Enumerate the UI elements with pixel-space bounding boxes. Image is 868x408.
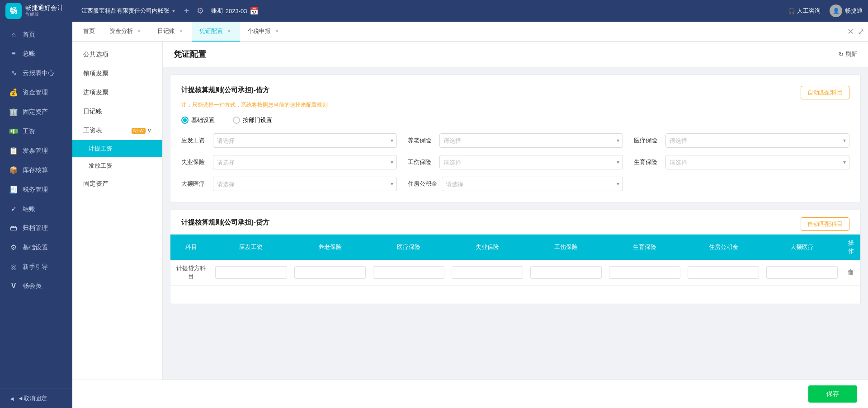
left-nav-sales-invoice[interactable]: 销项发票: [72, 64, 162, 83]
left-nav-fixed-assets[interactable]: 固定资产: [72, 174, 162, 193]
select-ylbx2[interactable]: 请选择: [665, 133, 849, 148]
radio-department[interactable]: 按部门设置: [233, 116, 272, 124]
input-sybx[interactable]: [452, 266, 523, 279]
sidebar-item-archive[interactable]: 🗃 归档管理: [0, 219, 72, 238]
input-ylbx2[interactable]: [373, 266, 444, 279]
sidebar-item-ledger[interactable]: ≡ 总账: [0, 44, 72, 63]
th-zfgjj: 住房公积金: [684, 234, 763, 260]
tab-home[interactable]: 首页: [76, 22, 102, 42]
radio-basic[interactable]: 基础设置: [181, 116, 215, 124]
td-sybx[interactable]: [448, 260, 527, 286]
left-nav-purchase-invoice[interactable]: 进项发票: [72, 83, 162, 102]
sidebar-item-invoice[interactable]: 📋 发票管理: [0, 141, 72, 160]
company-chevron-icon: ▾: [172, 8, 175, 14]
sidebar-item-settings[interactable]: ⚙ 基础设置: [0, 238, 72, 257]
select-ylbx-wrapper: 请选择: [439, 133, 623, 148]
sidebar-label-guide: 新手引导: [23, 263, 48, 271]
sidebar-item-closing[interactable]: ✓ 结账: [0, 199, 72, 219]
select-sybx2[interactable]: 请选择: [665, 155, 849, 169]
label-sybx: 失业保险: [181, 158, 208, 166]
field-sybx2: 生育保险 请选择: [634, 155, 849, 169]
select-gsbx[interactable]: 请选择: [439, 155, 623, 169]
td-zfgjj[interactable]: [684, 260, 763, 286]
sidebar-label-closing: 结账: [23, 205, 35, 213]
tab-tax-return[interactable]: 个税申报 ×: [240, 22, 288, 42]
credit-section-title: 计提核算规则(公司承担)-贷方: [181, 218, 269, 227]
select-zfgjj[interactable]: 请选择: [442, 177, 623, 191]
select-yfgz[interactable]: 请选择: [213, 133, 397, 148]
cancel-pin-btn[interactable]: ◄ ◄取消固定: [0, 389, 72, 408]
logo-area: 畅 畅捷通好会计 旗舰版: [5, 3, 78, 19]
service-label: 人工咨询: [797, 7, 821, 15]
input-sybx2[interactable]: [609, 266, 680, 279]
table-header-row: 科目 应发工资 养老保险 医疗保险 失业保险 工伤保险 生育保险 住房公积金 大…: [170, 234, 860, 260]
th-ylbx2: 医疗保险: [369, 234, 448, 260]
add-icon[interactable]: +: [184, 6, 189, 16]
tab-diary-close[interactable]: ×: [178, 28, 185, 35]
select-dayl-wrapper: 请选择: [213, 177, 397, 191]
delete-row-btn[interactable]: 🗑: [847, 268, 854, 276]
sidebar-item-fixed-assets[interactable]: 🏢 固定资产: [0, 102, 72, 122]
input-zfgjj[interactable]: [688, 266, 759, 279]
label-yfgz: 应发工资: [181, 136, 208, 145]
left-nav-pay[interactable]: 发放工资: [72, 157, 162, 174]
input-ylbx[interactable]: [294, 266, 366, 279]
td-sybx2[interactable]: [605, 260, 684, 286]
fixed-assets-icon: 🏢: [9, 108, 18, 116]
select-dayl[interactable]: 请选择: [213, 177, 397, 191]
td-dayl[interactable]: [763, 260, 841, 286]
label-gsbx: 工伤保险: [408, 158, 435, 166]
td-ylbx[interactable]: [291, 260, 369, 286]
left-nav-public[interactable]: 公共选项: [72, 45, 162, 64]
tab-close-icon[interactable]: ✕: [847, 27, 854, 37]
tab-voucher-config[interactable]: 凭证配置 ×: [192, 22, 240, 42]
select-sybx[interactable]: 请选择: [213, 155, 397, 169]
sidebar-item-reports[interactable]: ∿ 云报表中心: [0, 63, 72, 83]
tab-tax-return-close[interactable]: ×: [274, 28, 281, 35]
tab-voucher-config-close[interactable]: ×: [226, 28, 233, 35]
field-zfgjj: 住房公积金 请选择: [408, 177, 623, 191]
left-nav: 公共选项 销项发票 进项发票 日记账 工资表 NEW ∨ 计提工资 发放工资 固…: [72, 42, 163, 380]
refresh-btn[interactable]: ↻ 刷新: [839, 50, 857, 58]
sidebar-item-funds[interactable]: 💰 资金管理: [0, 83, 72, 102]
input-gsbx[interactable]: [530, 266, 602, 279]
input-yfgz[interactable]: [215, 266, 287, 279]
save-button[interactable]: 保存: [808, 385, 857, 403]
sidebar-item-vip[interactable]: V 畅会员: [0, 277, 72, 295]
debit-section: 计提核算规则(公司承担)-借方 自动匹配科目 注：只能选择一种方式，系统将按照您…: [170, 75, 861, 202]
calendar-icon[interactable]: 📅: [250, 7, 259, 15]
left-nav-payroll-table[interactable]: 工资表 NEW ∨: [72, 121, 162, 140]
tab-diary[interactable]: 日记账 ×: [150, 22, 192, 42]
radio-group: 基础设置 按部门设置: [181, 116, 849, 124]
th-sybx2: 生育保险: [605, 234, 684, 260]
td-gsbx[interactable]: [527, 260, 605, 286]
settings-icon[interactable]: ⚙: [197, 6, 204, 16]
select-sybx-wrapper: 请选择: [213, 155, 397, 169]
td-ylbx2[interactable]: [369, 260, 448, 286]
tab-expand-icon[interactable]: ⤢: [858, 27, 864, 37]
sidebar-item-payroll[interactable]: 💵 工资: [0, 122, 72, 141]
sidebar-label-fixed-assets: 固定资产: [23, 108, 48, 116]
tab-bar: 首页 资金分析 × 日记账 × 凭证配置 × 个税申报 × ✕ ⤢: [72, 22, 868, 42]
left-nav-accrual[interactable]: 计提工资: [72, 140, 162, 157]
td-yfgz[interactable]: [212, 260, 290, 286]
input-dayl[interactable]: [766, 266, 838, 279]
logo-icon: 畅: [5, 3, 22, 19]
service-btn[interactable]: 🎧 人工咨询: [788, 7, 821, 15]
sidebar-item-home[interactable]: ⌂ 首页: [0, 25, 72, 44]
sidebar-item-tax[interactable]: 🧾 税务管理: [0, 180, 72, 199]
user-btn[interactable]: 👤 畅捷通: [830, 5, 863, 17]
tab-fund-analysis[interactable]: 资金分析 ×: [102, 22, 150, 42]
company-selector[interactable]: 江西服宝精品有限责任公司内账张 ▾: [81, 7, 175, 15]
select-ylbx[interactable]: 请选择: [439, 133, 623, 148]
credit-auto-match-btn[interactable]: 自动匹配科目: [801, 217, 849, 231]
sidebar-item-guide[interactable]: ◎ 新手引导: [0, 257, 72, 277]
sidebar-label-archive: 归档管理: [23, 224, 48, 232]
sidebar-item-inventory[interactable]: 📦 库存核算: [0, 160, 72, 180]
radio-dept-circle: [233, 117, 240, 124]
left-nav-diary[interactable]: 日记账: [72, 102, 162, 121]
tab-fund-analysis-close[interactable]: ×: [136, 28, 143, 35]
debit-auto-match-btn[interactable]: 自动匹配科目: [801, 86, 849, 99]
td-op[interactable]: 🗑: [841, 260, 860, 286]
tab-actions: ✕ ⤢: [847, 27, 864, 37]
